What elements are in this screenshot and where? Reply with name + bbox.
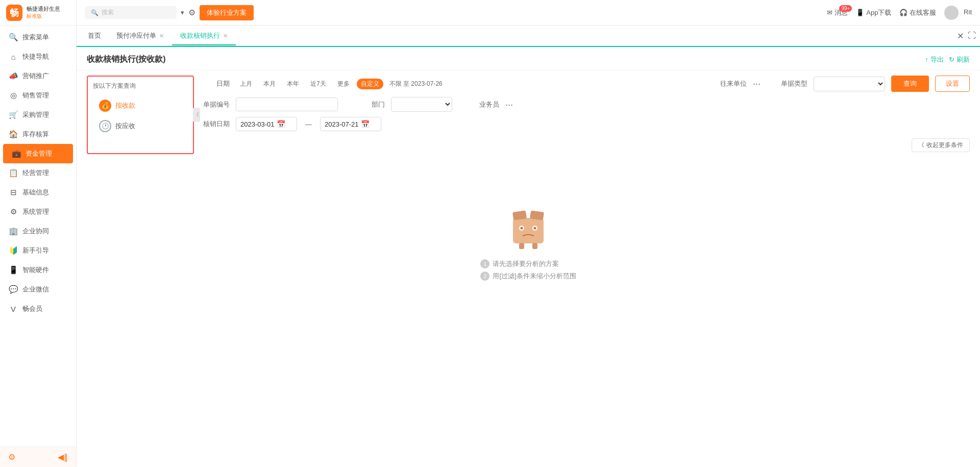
sidebar-item-sales[interactable]: ◎ 销售管理 bbox=[0, 86, 76, 105]
sidebar-item-quick-nav[interactable]: ⌂ 快捷导航 bbox=[0, 47, 76, 66]
verification-start-picker[interactable]: 2023-03-01 📅 bbox=[236, 117, 297, 131]
sidebar-label-quick-nav: 快捷导航 bbox=[22, 52, 49, 61]
hardware-icon: 📱 bbox=[8, 265, 18, 275]
right-filters-row1: 往来单位 ··· 单据类型 查询 设置 bbox=[449, 76, 970, 92]
header-dropdown[interactable]: ▾ bbox=[181, 9, 184, 16]
export-label: 导出 bbox=[930, 55, 944, 64]
counterparty-picker[interactable]: ··· bbox=[753, 79, 761, 88]
sidebar-label-enterprise: 企业协同 bbox=[22, 227, 49, 236]
sidebar-item-wechat[interactable]: 💬 企业微信 bbox=[0, 280, 76, 299]
settings-icon[interactable]: ⚙ bbox=[8, 452, 15, 462]
tab-prepay-close[interactable]: ✕ bbox=[159, 33, 164, 39]
sidebar-item-member[interactable]: V 畅会员 bbox=[0, 299, 76, 318]
header-gear-icon[interactable]: ⚙ bbox=[188, 8, 195, 17]
export-btn[interactable]: ↑ 导出 bbox=[925, 55, 944, 64]
main-area: 🔍 搜索 ▾ ⚙ 体验行业方案 ✉ 消息 99+ 📱 App下载 🎧 在线客服 bbox=[77, 0, 980, 467]
header-search-box[interactable]: 🔍 搜索 bbox=[85, 6, 177, 19]
collapse-more-btn[interactable]: 《 收起更多条件 bbox=[912, 138, 970, 152]
search-input-icon: 🔍 bbox=[91, 9, 99, 16]
chevron-down-icon: ▾ bbox=[181, 9, 184, 16]
date-btn-custom[interactable]: 自定义 bbox=[357, 79, 383, 89]
basic-icon: ⊟ bbox=[8, 188, 18, 197]
avatar bbox=[944, 6, 959, 20]
doc-type-select[interactable] bbox=[814, 77, 885, 91]
sidebar-item-enterprise[interactable]: 🏢 企业协同 bbox=[0, 222, 76, 241]
dept-select[interactable] bbox=[391, 97, 452, 112]
industry-btn[interactable]: 体验行业方案 bbox=[200, 5, 254, 20]
date-btn-this-year[interactable]: 本年 bbox=[283, 78, 303, 90]
sidebar-label-inventory: 库存核算 bbox=[22, 130, 49, 139]
hint-text-2: 用[过滤]条件来缩小分析范围 bbox=[493, 272, 576, 281]
query-execute-btn[interactable]: 查询 bbox=[891, 76, 929, 92]
operation-icon: 📋 bbox=[8, 168, 18, 178]
header-left: 🔍 搜索 ▾ ⚙ 体验行业方案 bbox=[85, 5, 254, 20]
page-inner: 收款核销执行(按收款) ↑ 导出 ↻ 刷新 按以 bbox=[77, 47, 980, 467]
date-btn-more[interactable]: 更多 bbox=[333, 78, 354, 90]
warehouse-icon: 🏠 bbox=[8, 130, 18, 139]
tab-receipt-close[interactable]: ✕ bbox=[223, 33, 228, 39]
tab-receipt-offset[interactable]: 收款核销执行 ✕ bbox=[172, 27, 236, 45]
app-download-btn[interactable]: 📱 App下载 bbox=[856, 8, 891, 17]
date-range-dash: — bbox=[305, 120, 312, 128]
tab-prepay-label: 预付冲应付单 bbox=[116, 31, 156, 40]
query-panel-title: 按以下方案查询 bbox=[93, 82, 188, 90]
sidebar-label-sales: 销售管理 bbox=[22, 91, 49, 100]
message-btn[interactable]: ✉ 消息 99+ bbox=[827, 8, 848, 17]
hint-num-2: 2 bbox=[480, 272, 489, 281]
sidebar-item-search[interactable]: 🔍 搜索菜单 bbox=[0, 28, 76, 47]
staff-picker[interactable]: ··· bbox=[505, 100, 513, 109]
sidebar-label-hardware: 智能硬件 bbox=[22, 265, 49, 275]
date-btn-7days[interactable]: 近7天 bbox=[306, 78, 330, 90]
sidebar-item-basic[interactable]: ⊟ 基础信息 bbox=[0, 183, 76, 202]
sidebar-item-inventory[interactable]: 🏠 库存核算 bbox=[0, 125, 76, 144]
collapse-sidebar-icon[interactable]: ◀‖ bbox=[58, 452, 68, 462]
sidebar-item-operation[interactable]: 📋 经营管理 bbox=[0, 163, 76, 183]
date-btn-last-month[interactable]: 上月 bbox=[236, 78, 256, 90]
receivable-option-icon: 🕐 bbox=[99, 120, 111, 132]
svg-rect-0 bbox=[513, 218, 544, 243]
service-label: 在线客服 bbox=[910, 8, 936, 17]
query-option-receivable-label: 按应收 bbox=[115, 121, 135, 131]
sidebar-label-member: 畅会员 bbox=[22, 304, 42, 313]
hint-item-1: 1 请先选择要分析的方案 bbox=[480, 259, 559, 268]
search-icon: 🔍 bbox=[8, 33, 18, 42]
enterprise-icon: 🏢 bbox=[8, 227, 18, 236]
logo-name: 畅捷通好生意 bbox=[27, 5, 60, 12]
tab-close-all-icon[interactable]: ✕ bbox=[957, 31, 964, 41]
sidebar-item-guide[interactable]: 🔰 新手引导 bbox=[0, 241, 76, 260]
query-option-by-receivable[interactable]: 🕐 按应收 bbox=[93, 116, 188, 136]
set-btn[interactable]: 设置 bbox=[935, 76, 970, 92]
tab-prepay[interactable]: 预付冲应付单 ✕ bbox=[108, 27, 172, 45]
page-title: 收款核销执行(按收款) bbox=[87, 54, 166, 65]
sidebar-label-search: 搜索菜单 bbox=[22, 33, 49, 42]
cart-icon: 🛒 bbox=[8, 110, 18, 119]
verification-date-label: 核销日期 bbox=[199, 119, 230, 129]
verification-end-picker[interactable]: 2023-07-21 📅 bbox=[320, 117, 381, 131]
date-options-group: 上月 本月 本年 近7天 更多 自定义 bbox=[236, 78, 383, 90]
hint-text-1: 请先选择要分析的方案 bbox=[493, 259, 559, 268]
user-name: Rit bbox=[964, 8, 972, 16]
svg-point-6 bbox=[534, 227, 536, 230]
sidebar-label-purchase: 采购管理 bbox=[22, 110, 49, 119]
service-btn[interactable]: 🎧 在线客服 bbox=[899, 8, 936, 17]
header-right: ✉ 消息 99+ 📱 App下载 🎧 在线客服 Rit bbox=[827, 6, 972, 20]
sidebar-item-purchase[interactable]: 🛒 采购管理 bbox=[0, 105, 76, 125]
refresh-btn[interactable]: ↻ 刷新 bbox=[949, 55, 970, 64]
filter-row-1: 日期 上月 本月 本年 近7天 更多 自定义 不限 至 2023-07-26 bbox=[199, 76, 970, 92]
sidebar-item-marketing[interactable]: 📣 营销推广 bbox=[0, 66, 76, 86]
sidebar-label-marketing: 营销推广 bbox=[22, 71, 49, 81]
tab-expand-icon[interactable]: ⛶ bbox=[968, 31, 976, 40]
sidebar-item-hardware[interactable]: 📱 智能硬件 bbox=[0, 260, 76, 280]
query-option-by-receipt[interactable]: 💰 按收款 bbox=[93, 95, 188, 116]
date-btn-this-month[interactable]: 本月 bbox=[259, 78, 280, 90]
panel-collapse-arrow[interactable]: 《 bbox=[193, 108, 200, 122]
system-icon: ⚙ bbox=[8, 207, 18, 216]
sidebar-item-system[interactable]: ⚙ 系统管理 bbox=[0, 202, 76, 222]
doc-no-input[interactable] bbox=[236, 97, 338, 111]
tab-home[interactable]: 首页 bbox=[81, 27, 108, 45]
user-area[interactable]: Rit bbox=[944, 6, 972, 20]
sidebar-item-finance[interactable]: 💼 资金管理 bbox=[3, 144, 73, 163]
refresh-icon: ↻ bbox=[949, 56, 954, 63]
filter-area: 按以下方案查询 💰 按收款 🕐 按应收 《 bbox=[77, 70, 980, 159]
doc-no-label: 单据编号 bbox=[199, 100, 230, 109]
